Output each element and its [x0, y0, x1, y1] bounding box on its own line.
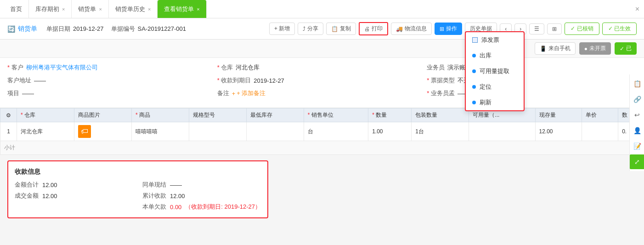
- col-settings[interactable]: ⚙: [0, 108, 17, 122]
- same-order-label: 同单现结: [142, 181, 166, 189]
- sidebar-link-icon[interactable]: 🔗: [630, 92, 644, 107]
- checked-button[interactable]: ✓ 已核销: [565, 23, 599, 35]
- note-group: 备注 + + 添加备注: [217, 89, 427, 97]
- tab-view-sales-order[interactable]: 查看销货单 ×: [158, 0, 206, 18]
- operations-button[interactable]: ⊞ 操作: [435, 23, 462, 35]
- transaction-value: 12.00: [42, 193, 57, 199]
- grid-view-button[interactable]: ⊞: [547, 23, 562, 34]
- circle-icon: ●: [584, 46, 588, 52]
- arrears-value: 0.00: [170, 204, 181, 211]
- col-pack-qty: 包装数量: [412, 108, 469, 122]
- payment-title: 收款信息: [15, 168, 261, 176]
- share-button[interactable]: ⤴ 分享: [298, 23, 323, 35]
- payment-grid: 金额合计 12.00 同单现结 —— 成交金额 12.00 累计收款 12.00…: [15, 181, 261, 211]
- from-phone-button[interactable]: 📱 来自手机: [535, 42, 576, 55]
- toolbar-row: 📱 来自手机 ● 未开票 ✓ 已: [0, 40, 644, 58]
- form-area: 客户 柳州粤港平安气体有限公司 仓库 河北仓库 业务员 演示账号 客户地址 ——…: [0, 58, 644, 108]
- col-image: 商品图片: [74, 108, 131, 122]
- arrears-label: 本单欠款: [142, 203, 166, 211]
- doc-meta: 单据日期 2019-12-27 单据编号 SA-20191227-001: [46, 25, 186, 33]
- customer-label: 客户: [7, 63, 23, 72]
- dropdown-locate[interactable]: 定位: [466, 79, 524, 95]
- row-qty: 1.00: [368, 122, 412, 141]
- data-table-wrap: ⚙ 仓库 商品图片 商品 规格型号 最低库存 销售单位 数量 包装数量 可用量（…: [0, 108, 644, 155]
- phone-icon: 📱: [540, 46, 547, 52]
- sidebar-expand-icon[interactable]: ⤢: [630, 154, 644, 169]
- warehouse-label: 仓库: [217, 63, 233, 72]
- row-pack-qty: 1台: [412, 122, 469, 141]
- tab-sales-history[interactable]: 销货单历史 ×: [109, 0, 158, 18]
- dropdown-add-invoice[interactable]: 添发票: [466, 32, 524, 48]
- list-view-button[interactable]: ☰: [529, 23, 544, 34]
- payment-date-label: 收款到期日: [217, 76, 251, 85]
- same-order-item: 同单现结 ——: [142, 181, 261, 189]
- dot-icon-4: [472, 101, 476, 104]
- address-value: ——: [34, 77, 46, 84]
- add-note-button[interactable]: + + 添加备注: [232, 89, 266, 97]
- print-button[interactable]: 🖨 打印: [359, 22, 388, 35]
- print-icon: 🖨: [364, 26, 370, 32]
- cumulative-label: 累计收款: [142, 192, 166, 200]
- plus-icon: +: [232, 90, 236, 97]
- close-button[interactable]: ×: [635, 5, 639, 13]
- cumulative-value: 12.00: [170, 193, 185, 199]
- project-value: ——: [22, 90, 34, 97]
- row-stock: 12.00: [535, 122, 582, 141]
- row-price: [582, 122, 618, 141]
- payment-date-group: 收款到期日 2019-12-27: [217, 76, 427, 85]
- sidebar-clipboard-icon[interactable]: 📋: [630, 76, 644, 91]
- confirm-button[interactable]: ✓ 已: [615, 42, 637, 55]
- copy-icon: 📋: [331, 26, 338, 32]
- dot-icon-3: [472, 85, 476, 89]
- invoice-label: 票据类型: [427, 76, 455, 85]
- sidebar-return-icon[interactable]: ↩: [630, 108, 644, 122]
- salesperson-label: 业务员孟: [427, 89, 455, 97]
- form-row-3: 项目 —— 备注 + + 添加备注 业务员孟 ——: [7, 89, 637, 97]
- col-product: 商品: [131, 108, 189, 122]
- table-header: ⚙ 仓库 商品图片 商品 规格型号 最低库存 销售单位 数量 包装数量 可用量（…: [0, 108, 644, 122]
- col-stock: 现存量: [535, 108, 582, 122]
- operator-group: 业务员 演示账号: [427, 63, 637, 72]
- project-label: 项目: [7, 89, 19, 97]
- close-icon-history[interactable]: ×: [148, 6, 151, 12]
- not-open-button[interactable]: ● 未开票: [579, 42, 611, 55]
- document-header: 🔄 销货单 单据日期 2019-12-27 单据编号 SA-20191227-0…: [0, 18, 644, 40]
- salesperson-group: 业务员孟 ——: [427, 89, 637, 97]
- sales-order-icon: 🔄: [7, 25, 15, 33]
- project-group: 项目 ——: [7, 89, 217, 97]
- sidebar-user-icon[interactable]: 👤: [630, 123, 644, 138]
- arrears-note: （收款到期日: 2019-12-27）: [185, 203, 261, 211]
- customer-value[interactable]: 柳州粤港平安气体有限公司: [26, 63, 98, 72]
- payment-date-value: 2019-12-27: [254, 77, 284, 84]
- square-icon: [472, 37, 478, 43]
- dropdown-refresh[interactable]: 刷新: [466, 95, 524, 110]
- copy-button[interactable]: 📋 复制: [326, 23, 356, 35]
- logistics-button[interactable]: 🚚 物流信息: [391, 23, 432, 35]
- new-button[interactable]: + 新增: [269, 23, 295, 35]
- close-icon-view[interactable]: ×: [197, 6, 199, 12]
- tab-inventory-init[interactable]: 库存期初 ×: [29, 0, 72, 18]
- close-icon-inventory[interactable]: ×: [62, 6, 65, 12]
- close-icon-sales[interactable]: ×: [99, 6, 102, 12]
- warehouse-group: 仓库 河北仓库: [217, 63, 427, 72]
- row-spec: [189, 122, 246, 141]
- dropdown-outbound[interactable]: 出库: [466, 48, 524, 63]
- operator-label: 业务员: [427, 63, 445, 72]
- total-item: 金额合计 12.00: [15, 181, 133, 189]
- table-body: 1 河北仓库 🏷 嘻嘻嘻嘻 台 1.00 1台 12.00 0. 小计: [0, 122, 644, 155]
- effective-button[interactable]: ✓ 已生效: [602, 23, 637, 35]
- check-icon: ✓: [620, 46, 624, 52]
- dropdown-menu: 添发票 出库 可用量提取 定位 刷新: [465, 31, 525, 111]
- tab-home[interactable]: 首页: [4, 0, 29, 18]
- doc-number-item: 单据编号 SA-20191227-001: [111, 25, 186, 33]
- tab-sales-order[interactable]: 销货单 ×: [72, 0, 108, 18]
- row-min-stock: [246, 122, 304, 141]
- grid-icon: ⊞: [440, 26, 444, 32]
- sidebar-edit-icon[interactable]: 📝: [630, 139, 644, 154]
- transaction-item: 成交金额 12.00: [15, 192, 133, 200]
- dot-icon-2: [472, 69, 476, 73]
- payment-section: 收款信息 金额合计 12.00 同单现结 —— 成交金额 12.00 累计收款 …: [7, 160, 268, 218]
- customer-group: 客户 柳州粤港平安气体有限公司: [7, 63, 217, 72]
- row-unit: 台: [304, 122, 368, 141]
- dropdown-available-qty[interactable]: 可用量提取: [466, 63, 524, 79]
